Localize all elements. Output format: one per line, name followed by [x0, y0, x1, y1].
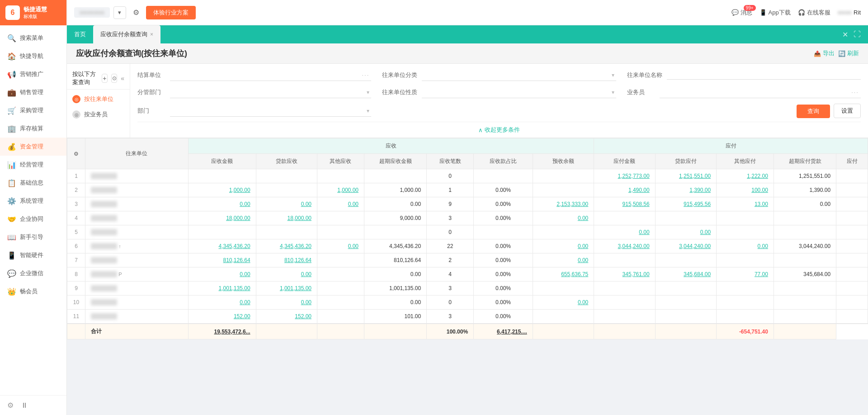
th-payable-group: 应付	[594, 138, 868, 154]
dept-manage-label: 分管部门	[137, 88, 166, 96]
filter-header-label: 按以下方案查询 + ⊙ «	[67, 67, 130, 90]
sidebar-item-enterprise[interactable]: 🤝 企业协同	[0, 210, 66, 228]
sidebar-footer: ⚙ ⏸	[0, 395, 66, 415]
filter-add-btn[interactable]: +	[102, 74, 108, 83]
filter-row-2: 分管部门 ▾ 往来单位性质 ▾	[137, 86, 861, 98]
sidebar-item-search-menu[interactable]: 🔍 搜索菜单	[0, 29, 66, 47]
settings-btn[interactable]: 设置	[834, 104, 861, 118]
sidebar-item-smart-hw[interactable]: 📱 智能硬件	[0, 246, 66, 264]
tab-receivable[interactable]: 应收应付余额查询 ×	[93, 25, 160, 43]
dept-manage-arrow-icon: ▾	[367, 89, 369, 95]
filter-cell-partner-nature: 往来单位性质 ▾	[382, 86, 616, 98]
sidebar-item-base-info[interactable]: 📋 基础信息	[0, 174, 66, 192]
salesperson-input[interactable]: ···	[660, 86, 861, 98]
tab-bar: 首页 应收应付余额查询 × ✕ ⛶	[67, 25, 868, 43]
th-receivable-group: 应收	[188, 138, 594, 154]
filter-cell-dept: 部门 ▾	[137, 104, 371, 118]
purchase-icon: 🛒	[7, 106, 16, 115]
topbar-gear-icon[interactable]: ⚙	[130, 6, 142, 19]
base-info-icon: 📋	[7, 178, 16, 187]
partner-nature-input[interactable]: ▾	[422, 86, 616, 98]
table-row: 11■■■■■■■■152.00152.00101.0030.00%	[67, 310, 868, 324]
sidebar-item-marketing[interactable]: 📢 营销推广	[0, 65, 66, 83]
by-employee-icon: ◎	[72, 110, 80, 119]
sidebar-item-quick-nav[interactable]: 🏠 快捷导航	[0, 47, 66, 65]
sidebar-item-system[interactable]: ⚙️ 系统管理	[0, 192, 66, 210]
th-recv-loan: 贷款应收	[256, 154, 317, 169]
topbar-messages[interactable]: 💬 消息 99+	[731, 9, 752, 17]
query-option-by-partner[interactable]: ◎ 按往来单位	[67, 91, 130, 107]
sidebar-item-guide[interactable]: 📖 新手引导	[0, 228, 66, 246]
sidebar-item-wechat[interactable]: 💬 企业微信	[0, 264, 66, 282]
tab-close-window-icon[interactable]: ✕	[842, 30, 848, 39]
topbar-nav-dropdown[interactable]: ▾	[113, 6, 126, 19]
partner-cell: ■■■■■■■■ ↑	[85, 239, 189, 253]
query-btn[interactable]: 查询	[797, 105, 830, 118]
table-row: 5■■■■■■■■00.000.00	[67, 225, 868, 239]
partner-category-label: 往来单位分类	[382, 71, 418, 79]
footer-pay-overdue: -654,751.40	[717, 324, 774, 339]
topbar: ■■■■■■■ ▾ ⚙ 体验行业方案 💬 消息 99+ 📱 App下载 🎧	[67, 0, 868, 25]
th-settings: ⚙	[67, 138, 85, 169]
tab-home[interactable]: 首页	[67, 25, 93, 43]
footer-recv-advance[interactable]: 6,417,215....	[474, 324, 533, 339]
topbar-left: ■■■■■■■ ▾ ⚙ 体验行业方案	[74, 6, 726, 19]
footer-recv-amount[interactable]: 19,553,472,6...	[188, 324, 256, 339]
filter-cell-partner-category: 往来单位分类 ▾	[382, 69, 616, 81]
table-row: 10■■■■■■■■0.000.000.0000.00%0.00	[67, 296, 868, 310]
th-pay-rest: 应付	[836, 154, 868, 169]
export-icon: 📤	[814, 50, 821, 57]
footer-label: 合计	[85, 324, 189, 339]
dept-label: 部门	[137, 107, 166, 115]
sidebar-item-member[interactable]: 👑 畅会员	[0, 282, 66, 301]
filter-layout: 按以下方案查询 + ⊙ « ◎ 按往来单位 ◎ 按业务员	[67, 64, 868, 138]
salesperson-label: 业务员	[627, 88, 656, 96]
sidebar-item-purchase[interactable]: 🛒 采购管理	[0, 101, 66, 119]
sidebar-item-operations[interactable]: 📊 经营管理	[0, 156, 66, 174]
partner-cell: ■■■■■■■■	[85, 169, 189, 183]
sidebar-item-inventory[interactable]: 🏢 库存核算	[0, 119, 66, 138]
table-footer-row: 合计 19,553,472,6... 100.00% 6,417,215....…	[67, 324, 868, 339]
partner-nature-label: 往来单位性质	[382, 88, 418, 96]
sidebar-item-sales[interactable]: 💼 销售管理	[0, 83, 66, 101]
filter-settings-icon[interactable]: ⊙	[111, 74, 117, 83]
smart-hw-icon: 📱	[7, 251, 16, 260]
export-btn[interactable]: 📤 导出	[814, 49, 835, 57]
industry-btn[interactable]: 体验行业方案	[146, 6, 196, 19]
sales-icon: 💼	[7, 88, 16, 97]
topbar-right: 💬 消息 99+ 📱 App下载 🎧 在线客服 ■■■■ Rit	[731, 9, 861, 17]
dept-input[interactable]: ▾	[170, 105, 371, 117]
topbar-app-download[interactable]: 📱 App下载	[760, 9, 791, 17]
quick-nav-icon: 🏠	[7, 52, 16, 61]
th-recv-overdue: 超期应收金额	[364, 154, 426, 169]
partner-category-input[interactable]: ▾	[422, 69, 616, 81]
table-row: 7■■■■■■■■810,126.64810,126.64810,126.642…	[67, 253, 868, 267]
table-row: 2■■■■■■■■1,000.001,000.001,000.0010.00%1…	[67, 183, 868, 197]
refresh-btn[interactable]: 🔄 刷新	[838, 49, 859, 57]
tab-fullscreen-icon[interactable]: ⛶	[854, 30, 861, 38]
collapse-up-icon: ∧	[478, 127, 483, 134]
finance-icon: 💰	[7, 142, 16, 151]
tab-close-btn[interactable]: ×	[150, 31, 153, 38]
collapse-footer-icon[interactable]: ⏸	[21, 401, 28, 410]
partner-cell: ■■■■■■■■	[85, 183, 189, 197]
partner-name-input[interactable]	[667, 71, 861, 80]
by-partner-icon: ◎	[72, 95, 80, 103]
filter-cell-partner-name: 往来单位名称	[627, 69, 861, 81]
query-option-by-employee[interactable]: ◎ 按业务员	[67, 107, 130, 122]
filter-row-1: 结算单位 ··· 往来单位分类 ▾	[137, 69, 861, 81]
page-content: 应收应付余额查询(按往来单位) 📤 导出 🔄 刷新	[67, 43, 868, 415]
filter-area: 按以下方案查询 + ⊙ « ◎ 按往来单位 ◎ 按业务员	[67, 64, 868, 138]
collapse-bar[interactable]: ∧ 收起更多条件	[137, 122, 861, 138]
topbar-online-service[interactable]: 🎧 在线客服	[798, 9, 830, 17]
filter-collapse-left-icon[interactable]: «	[121, 75, 124, 82]
topbar-user[interactable]: ■■■■ Rit	[838, 9, 861, 16]
dept-manage-input[interactable]: ▾	[170, 86, 371, 98]
settlement-input[interactable]: ···	[170, 69, 371, 81]
logo-text: 畅捷通慧 标准版	[24, 5, 47, 20]
settings-footer-icon[interactable]: ⚙	[7, 401, 14, 410]
data-table: ⚙ 往来单位 应收 应付 应收金额 贷款应收 其他应收 超期应收金额 应收笔数	[67, 138, 868, 339]
table-row: 1■■■■■■■■01,252,773.001,251,551.001,222.…	[67, 169, 868, 183]
app-download-icon: 📱	[760, 9, 767, 16]
sidebar-item-finance[interactable]: 💰 资金管理	[0, 138, 66, 156]
